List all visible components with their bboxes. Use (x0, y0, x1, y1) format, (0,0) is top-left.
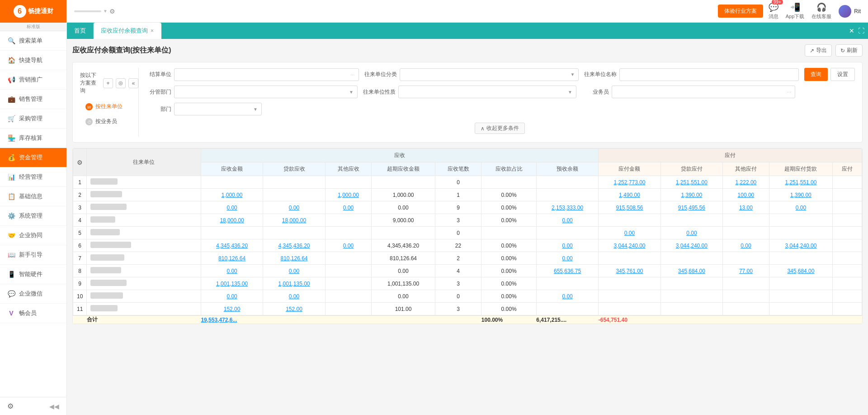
sidebar-item-system[interactable]: ⚙️ 系统管理 (0, 206, 66, 226)
sidebar-item-guide[interactable]: 📖 新手引导 (0, 245, 66, 265)
sidebar-item-search[interactable]: 🔍 搜索菜单 (0, 31, 66, 51)
table-cell (325, 303, 372, 316)
sidebar-item-marketing[interactable]: 📢 营销推广 (0, 70, 66, 90)
table-cell[interactable]: 0.00 (723, 239, 769, 252)
table-cell[interactable]: 0.00 (325, 239, 372, 252)
back-scheme-btn[interactable]: « (128, 78, 138, 88)
dept-manager-select[interactable]: ▼ (174, 86, 358, 98)
filter-row-1: 结算单位 ··· 往来单位分类 ▼ (144, 68, 855, 81)
table-cell[interactable]: 18,000.00 (263, 214, 325, 227)
sidebar-item-collab[interactable]: 🤝 企业协同 (0, 226, 66, 245)
table-cell[interactable]: 4,345,436.20 (263, 239, 325, 252)
table-cell[interactable]: 2,153,333.00 (536, 201, 598, 214)
sidebar-item-quick-nav[interactable]: 🏠 快捷导航 (0, 51, 66, 70)
sidebar-item-inventory[interactable]: 🏪 库存核算 (0, 129, 66, 148)
table-settings-icon[interactable]: ⚙ (77, 159, 83, 166)
sidebar-item-operations[interactable]: 📊 经营管理 (0, 167, 66, 187)
table-cell[interactable]: 1,251,551.00 (769, 176, 832, 189)
sidebar-item-sales[interactable]: 💼 销售管理 (0, 90, 66, 109)
scheme-item-by-salesperson[interactable]: ⏱ 按业务员 (80, 114, 138, 129)
table-cell[interactable]: 0.00 (325, 201, 372, 214)
online-service-btn[interactable]: 🎧 在线客服 (811, 2, 831, 20)
sidebar-item-purchase[interactable]: 🛒 采购管理 (0, 109, 66, 129)
message-btn[interactable]: 💬 99+ 消息 (769, 2, 778, 20)
table-cell[interactable]: 3,044,240.00 (599, 239, 660, 252)
table-cell[interactable]: 1,001,135.00 (263, 277, 325, 290)
sidebar-item-label: 畅会员 (19, 309, 37, 317)
table-cell[interactable]: 1,222.00 (723, 176, 769, 189)
table-cell[interactable]: 3,044,240.00 (769, 239, 832, 252)
table-cell[interactable]: 0.00 (660, 227, 722, 239)
th-settings[interactable]: ⚙ (73, 149, 87, 176)
table-cell[interactable]: 152.00 (263, 303, 325, 316)
settings-footer-icon[interactable]: ⚙ (7, 402, 14, 410)
settings-button[interactable]: 设置 (830, 68, 855, 81)
table-cell[interactable]: 100.00 (723, 189, 769, 201)
table-cell[interactable]: 0.00 (263, 265, 325, 277)
export-button[interactable]: ↗ 导出 (805, 44, 832, 57)
query-button[interactable]: 查询 (804, 68, 828, 81)
dept-select[interactable]: ▼ (174, 103, 262, 115)
table-cell[interactable]: 915,508.56 (599, 201, 660, 214)
table-cell[interactable]: 4,345,436.20 (201, 239, 263, 252)
tab-close-icon[interactable]: × (151, 28, 154, 34)
table-cell[interactable]: 915,495.56 (660, 201, 722, 214)
table-cell[interactable]: 0.00 (536, 252, 598, 265)
refresh-button[interactable]: ↻ 刷新 (835, 44, 863, 57)
scheme-item-by-unit[interactable]: W 按往来单位 (80, 99, 138, 114)
gear-topbar-icon[interactable]: ⚙ (109, 8, 115, 15)
unit-nature-select[interactable]: ▼ (398, 86, 576, 98)
user-menu[interactable]: Rit (839, 5, 861, 18)
table-cell[interactable]: 655,636.75 (536, 265, 598, 277)
add-scheme-btn[interactable]: + (103, 78, 113, 88)
table-cell[interactable]: 0.00 (769, 201, 832, 214)
sidebar-item-basic-info[interactable]: 📋 基础信息 (0, 187, 66, 206)
table-cell[interactable]: 1,390.00 (769, 189, 832, 201)
table-cell[interactable]: 810,126.64 (201, 252, 263, 265)
table-cell[interactable]: 1,390.00 (660, 189, 722, 201)
tab-expand-icon[interactable]: ⛶ (858, 27, 864, 34)
tab-close-window-icon[interactable]: ✕ (849, 27, 854, 34)
table-cell[interactable]: 18,000.00 (201, 214, 263, 227)
salesperson-input[interactable]: ··· (612, 86, 795, 98)
sidebar-item-funds[interactable]: 💰 资金管理 (0, 148, 66, 167)
collapse-button[interactable]: ∧ 收起更多条件 (475, 123, 525, 134)
promo-button[interactable]: 体验行业方案 (718, 5, 763, 18)
table-cell[interactable]: 345,761.00 (599, 265, 660, 277)
table-cell[interactable]: 1,252,773.00 (599, 176, 660, 189)
table-cell[interactable]: 345,684.00 (769, 265, 832, 277)
table-cell[interactable]: 152.00 (201, 303, 263, 316)
table-cell[interactable]: 3,044,240.00 (660, 239, 722, 252)
table-cell[interactable]: 345,684.00 (660, 265, 722, 277)
table-cell[interactable]: 1,000.00 (201, 189, 263, 201)
table-cell[interactable]: 0.00 (536, 290, 598, 303)
tab-home[interactable]: 首页 (67, 23, 94, 39)
table-cell[interactable]: 1,251,551.00 (660, 176, 722, 189)
table-cell[interactable]: 77.00 (723, 265, 769, 277)
unit-category-select[interactable]: ▼ (400, 68, 579, 81)
unit-name-input[interactable] (619, 68, 799, 81)
table-cell[interactable]: 0.00 (201, 201, 263, 214)
table-cell[interactable]: 810,126.64 (263, 252, 325, 265)
table-cell[interactable]: 13.00 (723, 201, 769, 214)
tab-ar-ap-query[interactable]: 应收应付余额查询 × (94, 23, 161, 39)
table-cell[interactable]: 0.00 (536, 214, 598, 227)
table-cell[interactable]: 0.00 (263, 201, 325, 214)
table-cell[interactable]: 0.00 (201, 290, 263, 303)
sidebar-item-member[interactable]: V 畅会员 (0, 304, 66, 323)
table-cell[interactable]: 1,000.00 (325, 189, 372, 201)
table-cell[interactable]: 1,001,135.00 (201, 277, 263, 290)
table-cell[interactable]: 0.00 (599, 227, 660, 239)
sidebar-item-hardware[interactable]: 📱 智能硬件 (0, 265, 66, 284)
app-download-btn[interactable]: 📲 App下载 (786, 2, 805, 20)
table-cell[interactable]: 0.00 (536, 239, 598, 252)
table-cell[interactable]: 1,490.00 (599, 189, 660, 201)
edit-scheme-btn[interactable]: ◎ (116, 78, 126, 88)
table-cell[interactable]: 0.00 (263, 290, 325, 303)
collapse-footer-btn[interactable]: ◀◀ (49, 403, 59, 410)
sidebar-item-wechat[interactable]: 💬 企业微信 (0, 284, 66, 304)
settlement-unit-input[interactable]: ··· (174, 68, 359, 81)
table-cell[interactable]: 0.00 (201, 265, 263, 277)
sidebar-footer: ⚙ ◀◀ (0, 397, 66, 415)
unit-category-label: 往来单位分类 (364, 71, 397, 78)
